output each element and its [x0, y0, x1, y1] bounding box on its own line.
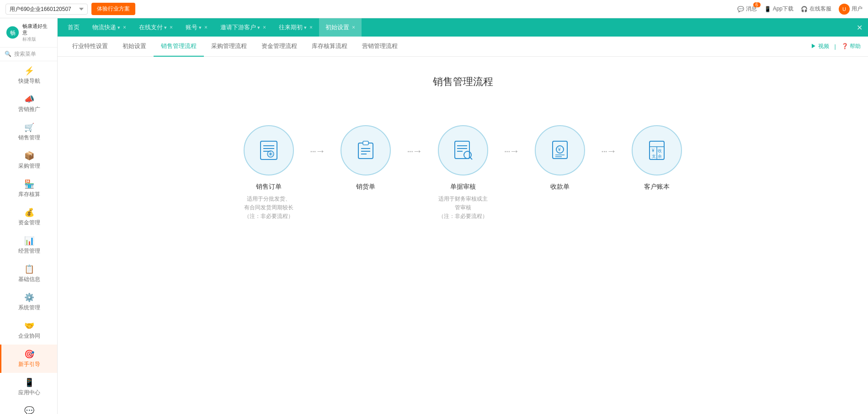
svg-rect-10	[363, 141, 368, 145]
logo-name: 畅康通好生意	[22, 23, 52, 36]
help-link[interactable]: ❓ 帮助	[841, 42, 861, 50]
user-select[interactable]: 用户690企业1660120507	[5, 4, 88, 15]
flow-title-customer-account: 客户账本	[644, 183, 670, 191]
tab-invite[interactable]: 邀请下游客户▾×	[214, 18, 272, 37]
tab-init-settings[interactable]: 初始设置×	[319, 18, 362, 37]
question-icon: ❓	[841, 43, 848, 49]
message-btn[interactable]: 💬 消息 6	[737, 5, 757, 13]
tab-close-account[interactable]: ×	[204, 24, 208, 31]
tab-period-init[interactable]: 往来期初▾×	[272, 18, 319, 37]
sidebar-item-quick-nav[interactable]: ⚡快捷导航	[0, 61, 57, 90]
nav-icon-wechat: 💬	[24, 406, 34, 414]
nav-label-basic-info: 基础信息	[18, 276, 40, 283]
user-name-label: 用户	[852, 5, 863, 13]
tab-label-home: 首页	[68, 23, 80, 32]
flow-step-sales-order[interactable]: 销售订单适用于分批发货、有合同发货周期较长（注：非必要流程）	[228, 125, 310, 221]
sub-tab-right: ▶ 视频 | ❓ 帮助	[811, 42, 861, 50]
nav-label-guide: 新手引导	[18, 361, 40, 368]
flow-desc-doc-review: 适用于财务审核或主管审核（注：非必要流程）	[438, 195, 488, 221]
tab-close-payment[interactable]: ×	[170, 24, 173, 31]
sub-tab-sales-flow[interactable]: 销售管理流程	[154, 37, 204, 57]
tab-arrow-logistics: ▾	[117, 25, 120, 31]
divider: |	[835, 43, 836, 50]
flow-step-doc-review[interactable]: 单据审核适用于财务审核或主管审核（注：非必要流程）	[422, 125, 504, 221]
tab-nav-close-btn[interactable]: ✕	[857, 23, 863, 32]
sidebar-item-purchase[interactable]: 📦采购管理	[0, 146, 57, 175]
nav-label-quick-nav: 快捷导航	[18, 77, 40, 85]
nav-icon-purchase: 📦	[24, 151, 34, 161]
sidebar-nav: ⚡快捷导航📣营销推广🛒销售管理📦采购管理🏪库存核算💰资金管理📊经营管理📋基础信息…	[0, 61, 57, 414]
flow-step-sales-note[interactable]: 销货单	[325, 125, 407, 195]
sidebar-item-marketing[interactable]: 📣营销推广	[0, 90, 57, 118]
flow-step-receipt[interactable]: ¥ 收款单	[519, 125, 601, 195]
play-icon: ▶	[811, 43, 816, 49]
flow-arrow-2: ···→	[407, 125, 421, 157]
help-label: 帮助	[850, 43, 861, 49]
sidebar-item-operation[interactable]: 📊经营管理	[0, 231, 57, 260]
tab-nav: 首页物流快递▾×在线支付▾×账号▾×邀请下游客户▾×往来期初▾×初始设置×✕	[58, 18, 868, 37]
tab-home[interactable]: 首页	[61, 18, 86, 37]
nav-label-sales: 销售管理	[18, 134, 40, 142]
svg-text:余: 余	[658, 154, 662, 159]
tab-logistics[interactable]: 物流快递▾×	[86, 18, 133, 37]
sidebar-item-inventory[interactable]: 🏪库存核算	[0, 175, 57, 203]
avatar: U	[839, 4, 850, 15]
search-menu-btn[interactable]: 🔍 搜索菜单	[0, 48, 57, 61]
sub-tab-marketing-flow[interactable]: 营销管理流程	[355, 37, 405, 57]
sidebar: 畅 畅康通好生意 标准版 🔍 搜索菜单 ⚡快捷导航📣营销推广🛒销售管理📦采购管理…	[0, 18, 58, 414]
logo-text-wrap: 畅康通好生意 标准版	[22, 23, 52, 42]
sidebar-item-app-center[interactable]: 📱应用中心	[0, 373, 57, 401]
tab-close-init-settings[interactable]: ×	[352, 24, 355, 31]
tab-close-logistics[interactable]: ×	[123, 24, 126, 31]
app-icon: 📱	[764, 6, 771, 12]
nav-label-operation: 经营管理	[18, 247, 40, 255]
flow-title-sales-note: 销货单	[356, 183, 375, 191]
nav-label-system: 系统管理	[18, 304, 40, 312]
svg-line-19	[470, 157, 472, 159]
nav-icon-guide: 🎯	[24, 349, 34, 359]
user-btn[interactable]: U 用户	[839, 4, 863, 15]
nav-icon-quick-nav: ⚡	[24, 66, 34, 76]
sub-tab-init[interactable]: 初始设置	[115, 37, 154, 57]
svg-text:畅: 畅	[10, 30, 16, 36]
sidebar-item-basic-info[interactable]: 📋基础信息	[0, 260, 57, 288]
sub-tab-purchase-flow[interactable]: 采购管理流程	[204, 37, 254, 57]
nav-label-finance: 资金管理	[18, 219, 40, 227]
content-area: 销售管理流程 销售订单适用于分批发货、有合同发货周期较长（注：非必要流程）···…	[58, 57, 868, 414]
sub-tab-industry[interactable]: 行业特性设置	[65, 37, 115, 57]
video-link[interactable]: ▶ 视频	[811, 42, 829, 50]
tab-label-init-settings: 初始设置	[325, 23, 349, 32]
tab-arrow-payment: ▾	[164, 25, 167, 31]
tab-payment[interactable]: 在线支付▾×	[133, 18, 179, 37]
sidebar-item-wechat[interactable]: 💬企业微信	[0, 401, 57, 414]
experience-btn[interactable]: 体验行业方案	[91, 3, 135, 15]
sub-tab-finance-flow[interactable]: 资金管理流程	[254, 37, 304, 57]
nav-icon-app-center: 📱	[24, 377, 34, 387]
nav-icon-basic-info: 📋	[24, 264, 34, 274]
sidebar-item-sales[interactable]: 🛒销售管理	[0, 118, 57, 146]
sidebar-item-system[interactable]: ⚙️系统管理	[0, 288, 57, 316]
nav-icon-marketing: 📣	[24, 94, 34, 104]
online-service-label: 在线客服	[809, 5, 831, 13]
nav-label-marketing: 营销推广	[18, 106, 40, 113]
sub-tab-inventory-calc[interactable]: 库存核算流程	[304, 37, 355, 57]
sidebar-item-enterprise[interactable]: 🤝企业协同	[0, 316, 57, 345]
sidebar-item-guide[interactable]: 🎯新手引导	[0, 345, 57, 373]
top-bar-left: 用户690企业1660120507 体验行业方案	[5, 3, 135, 15]
app-download-label: App下载	[773, 5, 793, 13]
online-service-btn[interactable]: 🎧 在线客服	[801, 5, 831, 13]
nav-label-enterprise: 企业协同	[18, 332, 40, 340]
tab-close-invite[interactable]: ×	[263, 24, 266, 31]
flow-step-customer-account[interactable]: ¥ 收 支 余 客户账本	[616, 125, 698, 195]
svg-rect-14	[455, 141, 469, 159]
tab-close-period-init[interactable]: ×	[309, 24, 313, 31]
nav-icon-system: ⚙️	[24, 292, 34, 303]
tab-label-invite: 邀请下游客户	[220, 23, 256, 32]
nav-label-app-center: 应用中心	[18, 389, 40, 397]
nav-label-purchase: 采购管理	[18, 162, 40, 170]
flow-arrow-4: ···→	[601, 125, 616, 157]
tab-arrow-period-init: ▾	[304, 25, 307, 31]
app-download-btn[interactable]: 📱 App下载	[764, 5, 793, 13]
tab-account[interactable]: 账号▾×	[179, 18, 214, 37]
sidebar-item-finance[interactable]: 💰资金管理	[0, 203, 57, 231]
